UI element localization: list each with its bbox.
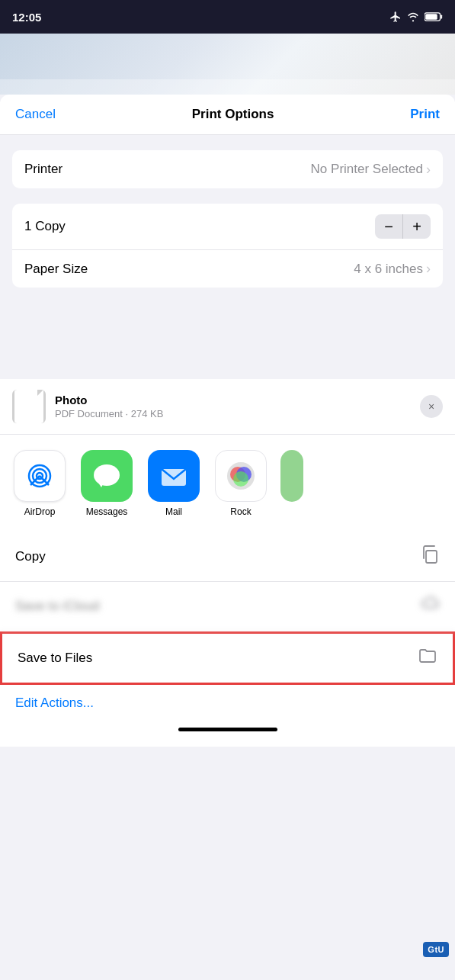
document-thumbnail: [12, 390, 46, 423]
rock-app-item[interactable]: Rock: [213, 450, 268, 517]
document-meta: PDF Document · 274 KB: [55, 408, 163, 419]
messages-svg: [91, 460, 123, 492]
messages-label: Messages: [86, 506, 128, 517]
rock-label: Rock: [230, 506, 251, 517]
cancel-button[interactable]: Cancel: [15, 107, 56, 122]
airdrop-svg: [21, 458, 58, 494]
copy-action-icon: [420, 545, 440, 569]
copy-action-row[interactable]: Copy: [0, 532, 455, 582]
status-bar: 12:05: [0, 0, 455, 34]
printer-section: Printer No Printer Selected ›: [12, 150, 443, 188]
rock-icon: [215, 450, 267, 502]
printer-row[interactable]: Printer No Printer Selected ›: [12, 150, 443, 188]
copy-row: 1 Copy − +: [12, 204, 443, 249]
copy-label: 1 Copy: [24, 219, 66, 234]
airplane-icon: [389, 11, 402, 23]
messages-app-item[interactable]: Messages: [79, 450, 134, 517]
airdrop-icon: [14, 450, 66, 502]
share-sheet: Photo PDF Document · 274 KB × AirDrop: [0, 379, 455, 721]
action-section: Copy Save to iCloud Save to Files: [0, 532, 455, 685]
more-app-item[interactable]: [280, 450, 303, 517]
printer-value: No Printer Selected ›: [311, 162, 431, 178]
save-to-icloud-row[interactable]: Save to iCloud: [0, 582, 455, 631]
svg-rect-1: [441, 14, 442, 18]
decrement-copy-button[interactable]: −: [375, 214, 402, 239]
copy-controls: − +: [375, 214, 431, 239]
folder-icon-svg: [418, 646, 437, 666]
save-to-files-label: Save to Files: [18, 651, 92, 666]
mail-label: Mail: [165, 506, 182, 517]
home-indicator: [0, 721, 455, 747]
home-bar: [178, 728, 277, 731]
document-name: Photo: [55, 394, 163, 406]
paper-size-row[interactable]: Paper Size 4 x 6 inches ›: [12, 249, 443, 288]
watermark: GtU: [423, 942, 449, 957]
modal-title: Print Options: [192, 107, 274, 122]
save-to-files-icon: [418, 646, 437, 670]
svg-point-6: [94, 464, 120, 486]
svg-rect-14: [426, 551, 437, 563]
document-close-button[interactable]: ×: [420, 395, 443, 418]
wifi-icon: [406, 11, 420, 22]
airdrop-app-item[interactable]: AirDrop: [12, 450, 67, 517]
battery-icon: [425, 11, 443, 22]
doc-thumb-inner: [14, 390, 43, 423]
airdrop-label: AirDrop: [24, 506, 56, 517]
rock-svg: [223, 458, 259, 494]
svg-point-12: [233, 471, 248, 487]
mail-app-item[interactable]: Mail: [146, 450, 201, 517]
edit-actions-section: Edit Actions...: [0, 685, 455, 721]
messages-icon: [81, 450, 133, 502]
modal-gray-area: [0, 303, 455, 379]
paper-size-chevron-icon: ›: [426, 261, 431, 277]
more-icon: [280, 450, 303, 502]
copy-icon-svg: [420, 545, 440, 564]
modal-header: Cancel Print Options Print: [0, 95, 455, 135]
status-icons: [389, 11, 443, 23]
print-modal: Cancel Print Options Print Printer No Pr…: [0, 95, 455, 379]
status-time: 12:05: [12, 11, 41, 24]
svg-rect-2: [425, 14, 437, 20]
document-preview-row: Photo PDF Document · 274 KB ×: [0, 379, 455, 435]
icloud-icon: [420, 594, 440, 619]
edit-actions-link[interactable]: Edit Actions...: [15, 696, 94, 710]
increment-copy-button[interactable]: +: [403, 214, 431, 239]
app-icons-row: AirDrop Messages Mail: [0, 435, 455, 525]
copy-action-label: Copy: [15, 549, 46, 564]
document-text-info: Photo PDF Document · 274 KB: [55, 394, 163, 419]
preview-area: [0, 34, 455, 95]
mail-svg: [157, 459, 191, 493]
document-info: Photo PDF Document · 274 KB: [12, 390, 163, 423]
paper-size-label: Paper Size: [24, 262, 88, 277]
icloud-icon-svg: [420, 594, 440, 614]
mail-icon: [148, 450, 200, 502]
copy-paper-section: 1 Copy − + Paper Size 4 x 6 inches ›: [12, 204, 443, 288]
printer-chevron-icon: ›: [426, 162, 431, 178]
save-to-files-row[interactable]: Save to Files: [0, 631, 455, 685]
printer-label: Printer: [24, 162, 62, 177]
paper-size-value: 4 x 6 inches ›: [354, 261, 431, 277]
print-button[interactable]: Print: [410, 107, 440, 122]
